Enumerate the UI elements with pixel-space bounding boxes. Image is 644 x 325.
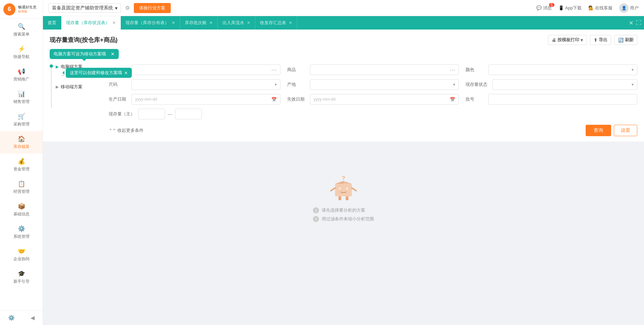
sidebar-bottom: ⚙️ ◀ [0, 310, 43, 325]
batch-input[interactable] [488, 94, 637, 105]
tab-close-inout[interactable]: ✕ [247, 20, 250, 25]
empty-illustration: ? [327, 168, 360, 202]
tab-inout-flow[interactable]: 出入库流水 ✕ [218, 16, 255, 30]
collapse-sidebar-icon[interactable]: ◀ [31, 315, 35, 321]
print-btn[interactable]: 🖨 按模板打印 ▾ [548, 35, 587, 45]
sales-icon: 📊 [18, 90, 25, 98]
warehouse-dots[interactable]: ⋯ [271, 67, 277, 73]
inventory-icon: 🏠 [18, 135, 25, 143]
tooltip-close-desktop[interactable]: ✕ [111, 51, 115, 57]
sidebar-item-system[interactable]: ⚙️ 系统管理 [0, 221, 43, 243]
produce-date-input[interactable]: yyyy-mm-dd 📅 [131, 94, 280, 105]
main-content: 装备及固定资产辅助管理系统 ▾ ⚙ 体验行业方案 💬 消息 6 📱 App下载 … [43, 0, 644, 325]
industry-btn[interactable]: 体验行业方案 [134, 3, 171, 13]
marketing-icon: 📢 [18, 68, 25, 75]
logo-icon: 6 [3, 3, 15, 15]
tab-close-stock-dist[interactable]: ✕ [172, 20, 175, 25]
header-settings-icon[interactable]: ⚙ [125, 5, 130, 11]
sidebar-item-guide[interactable]: 🎓 新手引导 [0, 266, 43, 288]
online-support-btn[interactable]: 💁 在线客服 [588, 5, 612, 11]
stockstatus-label: 现存量状态 [466, 82, 490, 88]
empty-tip-2: 2 用过滤条件来缩小分析范围 [313, 216, 374, 222]
collapse-btn[interactable]: ⌃⌃ 收起更多条件 [109, 127, 144, 133]
tip-num-2: 2 [313, 216, 319, 222]
sidebar-item-inventory[interactable]: 🏠 库存核算 [0, 131, 43, 154]
origin-dropdown-icon: ▾ [453, 82, 455, 87]
header-right: 💬 消息 6 📱 App下载 💁 在线客服 👤 用户 [536, 3, 639, 13]
scheme-arrow-desktop: ▶ [56, 64, 59, 69]
tab-stock-status[interactable]: 现存量（库存状况表） ✕ [61, 16, 121, 30]
sidebar-item-quicknav[interactable]: ⚡ 快捷导航 [0, 41, 43, 64]
calendar-icon2[interactable]: 📅 [450, 97, 455, 102]
system-selector[interactable]: 装备及固定资产辅助管理系统 ▾ [48, 3, 121, 13]
calendar-icon[interactable]: 📅 [271, 97, 277, 102]
filter-row-batch: 批号 [466, 94, 637, 105]
sidebar-item-marketing[interactable]: 📢 营销推广 [0, 64, 43, 86]
dash-icon: — [168, 111, 172, 117]
refresh-icon: 🔄 [618, 38, 624, 43]
cooperation-icon: 🤝 [18, 248, 25, 255]
stockstatus-select[interactable]: ▾ [492, 79, 637, 90]
sidebar-item-cooperation[interactable]: 🤝 企业协同 [0, 243, 43, 266]
tab-recv-summary[interactable]: 收发存汇总表 ✕ [255, 16, 297, 30]
stock-qty-to[interactable] [175, 109, 202, 119]
warehouse-select[interactable]: ⋯ [131, 64, 280, 75]
header-left: 装备及固定资产辅助管理系统 ▾ ⚙ 体验行业方案 [48, 3, 171, 13]
expire-date-input[interactable]: yyyy-mm-dd 📅 [310, 94, 459, 105]
tab-close-recv[interactable]: ✕ [289, 20, 292, 25]
basic-icon: 📦 [18, 203, 25, 210]
stock-qty-label: 现存量（主） [109, 111, 136, 117]
search-button[interactable]: 查询 [586, 125, 611, 136]
tab-home[interactable]: 首页 [43, 16, 61, 30]
tooltip-close-edit[interactable]: ✕ [124, 70, 128, 75]
goods-select[interactable]: ⋯ [310, 64, 459, 75]
guide-icon: 🎓 [18, 270, 25, 277]
tab-stock-batch[interactable]: 库存批次账 ✕ [180, 16, 218, 30]
mobile-scheme-item[interactable]: ▶ 移动端方案 [56, 83, 84, 91]
sidebar: 6 畅通好生意 标准版 🔍 搜索菜单 ⚡ 快捷导航 📢 营销推广 📊 销售管理 … [0, 0, 43, 325]
logo-badge: 标准版 [18, 9, 37, 14]
stock-qty-from[interactable] [138, 109, 165, 119]
sidebar-item-purchase[interactable]: 🛒 采购管理 [0, 109, 43, 131]
purchase-icon: 🛒 [18, 113, 25, 120]
sidebar-nav: 🔍 搜索菜单 ⚡ 快捷导航 📢 营销推广 📊 销售管理 🛒 采购管理 🏠 库存核… [0, 19, 43, 310]
message-icon: 💬 [536, 5, 542, 10]
finance-icon: 💰 [18, 158, 25, 165]
color-select[interactable]: ▾ [488, 64, 637, 75]
settings-bottom-icon[interactable]: ⚙️ [8, 315, 15, 321]
sidebar-item-sales[interactable]: 📊 销售管理 [0, 86, 43, 109]
lightning-icon: ⚡ [18, 45, 25, 53]
maximize-icon[interactable]: ⛶ [636, 20, 641, 26]
filter-row-expire-date: 失效日期 yyyy-mm-dd 📅 [287, 94, 459, 105]
sidebar-item-search[interactable]: 🔍 搜索菜单 [0, 19, 43, 41]
filter-row-produce-date: 生产日期 yyyy-mm-dd 📅 [109, 94, 280, 105]
messages-btn[interactable]: 💬 消息 6 [536, 5, 552, 11]
stockstatus-dropdown-icon: ▾ [632, 82, 634, 87]
export-btn[interactable]: ⬆ 导出 [590, 35, 611, 45]
tab-close-stock-status[interactable]: ✕ [112, 20, 116, 25]
avatar: 👤 [619, 3, 629, 13]
edit-scheme-tooltip: 这里可以创建和修改方案哦 ✕ [66, 68, 132, 78]
scheme-arrow-mobile: ▶ [56, 85, 59, 89]
refresh-btn[interactable]: 🔄 刷新 [614, 35, 637, 45]
color-dropdown-icon: ▾ [632, 67, 634, 72]
sidebar-item-finance[interactable]: 💰 资金管理 [0, 154, 43, 176]
svg-rect-8 [346, 196, 348, 200]
origin-select[interactable]: ▾ [310, 79, 459, 90]
user-btn[interactable]: 👤 用户 [619, 3, 639, 13]
sidebar-item-operations[interactable]: 📋 经营管理 [0, 176, 43, 199]
filter-row-origin: 产地 ▾ [287, 79, 459, 90]
goods-dots[interactable]: ⋯ [450, 67, 455, 73]
filter-panel: 现存量查询(按仓库+商品) 🖨 按模板打印 ▾ ⬆ 导出 🔄 刷新 [43, 30, 644, 142]
sidebar-item-basic[interactable]: 📦 基础信息 [0, 199, 43, 221]
size-label: 尺码 [109, 82, 129, 88]
size-select[interactable]: ▾ [131, 79, 280, 90]
logo-text1: 畅通好生意 [18, 5, 37, 9]
close-all-tabs-icon[interactable]: ✕ [629, 20, 633, 26]
origin-label: 产地 [287, 82, 307, 88]
filter-header: 按以下方案查询 ＋ ↻ « [50, 50, 637, 58]
app-download-btn[interactable]: 📱 App下载 [558, 5, 582, 11]
tab-close-stock-batch[interactable]: ✕ [209, 20, 213, 25]
reset-button[interactable]: 设置 [614, 125, 637, 136]
tab-stock-dist[interactable]: 现存量（库存分布表） ✕ [121, 16, 180, 30]
